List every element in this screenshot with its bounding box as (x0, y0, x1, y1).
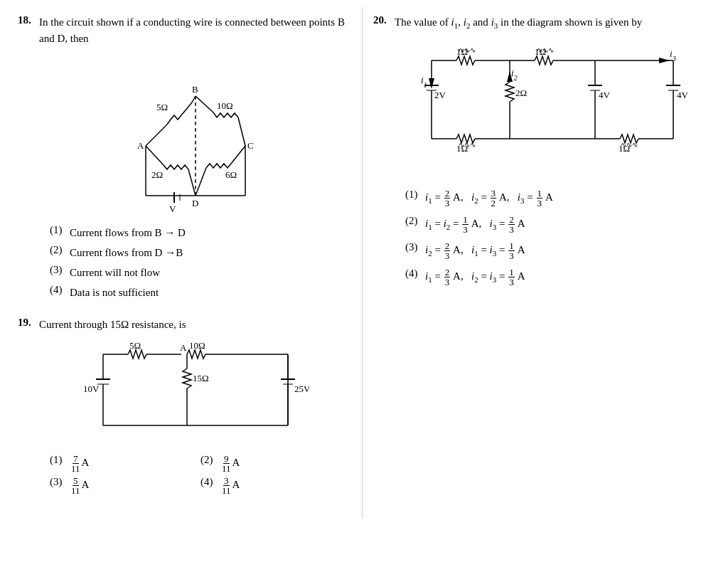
v-10v: 10V (83, 383, 100, 394)
frac-1-3-opt3: 1 3 (508, 241, 515, 260)
q18-number: 18. (18, 14, 39, 304)
r-15ohm-q19: 15Ω (193, 373, 209, 383)
q20-opt2: (2) i1 = i2 = 1 3 A, i3 = 2 3 A (405, 215, 710, 234)
frac-denominator: 11 (221, 486, 232, 495)
frac-denominator: 11 (221, 464, 232, 473)
r-5ohm-q19: 5Ω (129, 340, 141, 351)
q18-opt4-num: (4) (50, 284, 70, 301)
frac-num: 2 (444, 241, 451, 251)
frac-2-3-opt1-i1: 2 3 (444, 189, 451, 208)
node-A: A (137, 140, 144, 151)
left-column: 18. In the circuit shown if a conducting… (7, 7, 363, 518)
node-D: D (192, 198, 198, 208)
q19-opt2: (2) 9 11 A (200, 454, 351, 473)
q20-circuit: 1Ω ∿∿∿ 1Ω ∿∿∿ i3 (395, 39, 710, 181)
q18-opt2: (2) Current flows from D →B (50, 244, 351, 261)
q18-opt3-num: (3) (50, 264, 70, 281)
q18-opt1: (1) Current flows from B → D (50, 224, 351, 241)
q19-opt2-text: 9 11 A (220, 454, 240, 473)
frac-num: 1 (508, 268, 515, 277)
q20-number: 20. (373, 14, 395, 294)
q20-opt2-text: i1 = i2 = 1 3 A, i3 = 2 3 A (425, 215, 525, 234)
frac-denominator: 11 (70, 464, 81, 473)
q18-svg: 5Ω 10Ω 2Ω (103, 53, 288, 217)
r-5ohm-top-left: 5Ω (156, 102, 168, 112)
frac-num: 1 (508, 241, 515, 251)
frac-den: 2 (491, 198, 497, 208)
frac-5-11: 5 11 (70, 476, 81, 495)
node-B: B (192, 84, 198, 95)
q20-opt1-text: i1 = 2 3 A, i2 = 3 2 A, i3 = (425, 189, 553, 208)
node-A-q19: A (180, 342, 187, 353)
r-10ohm-q19: 10Ω (189, 340, 205, 351)
frac-den: 3 (444, 251, 451, 260)
svg-line-5 (188, 169, 196, 196)
r-2ohm-mid: 2Ω (515, 88, 527, 98)
q19-options: (1) 7 11 A (2) 9 11 (39, 454, 351, 498)
resistor-symbol-br: ∿∿∿ (621, 141, 638, 149)
q18-opt2-num: (2) (50, 244, 70, 261)
frac-1-3-opt4: 1 3 (508, 268, 515, 287)
v-4v-mid: 4V (599, 90, 611, 100)
q19-opt1: (1) 7 11 A (50, 454, 200, 473)
q19-opt3-text: 5 11 A (70, 476, 89, 495)
svg-line-4 (146, 146, 164, 165)
main-container: 18. In the circuit shown if a conducting… (7, 7, 721, 518)
frac-den: 3 (508, 225, 515, 234)
q20-options: (1) i1 = 2 3 A, i2 = 3 2 A, (395, 189, 710, 287)
q20-opt3-text: i2 = 2 3 A, i1 = i3 = 1 3 A (425, 241, 525, 260)
frac-1-3-opt2: 1 3 (462, 215, 469, 234)
q20-opt4-num: (4) (405, 268, 425, 287)
v-4v-right: 4V (677, 90, 687, 100)
q18-opt4-text: Data is not sufficient (70, 284, 159, 301)
q20-body: The value of i1, i2 and i3 in the diagra… (395, 14, 710, 294)
v-25v: 25V (294, 383, 309, 394)
q18-circuit: 5Ω 10Ω 2Ω (39, 53, 351, 217)
frac-den: 3 (462, 225, 469, 234)
q19-opt4: (4) 3 11 A (200, 476, 351, 495)
frac-denominator: 11 (70, 486, 81, 495)
q18-body: In the circuit shown if a conducting wir… (39, 14, 351, 304)
q18-opt3-text: Current will not flow (70, 264, 160, 281)
q18-text: In the circuit shown if a conducting wir… (39, 14, 351, 46)
question-20: 20. The value of i1, i2 and i3 in the di… (373, 14, 710, 294)
svg-line-3 (238, 117, 245, 146)
resistor-symbol-tl: ∿∿∿ (459, 46, 476, 54)
q19-svg: 5Ω A 10Ω (82, 340, 309, 447)
frac-9-11: 9 11 (221, 454, 232, 473)
frac-den: 3 (444, 277, 451, 287)
frac-numerator: 7 (73, 454, 79, 464)
q19-opt4-text: 3 11 A (220, 476, 240, 495)
svg-line-2 (196, 96, 213, 112)
frac-3-2-opt1-i2: 3 2 (491, 189, 497, 208)
r-6ohm-bottom-right: 6Ω (225, 169, 237, 180)
q20-text: The value of i1, i2 and i3 in the diagra… (395, 14, 710, 32)
q20-opt3-num: (3) (405, 241, 425, 260)
frac-num: 1 (462, 215, 469, 225)
q18-opt2-text: Current flows from D →B (70, 244, 183, 261)
q19-number: 19. (18, 317, 39, 498)
resistor-symbol-tm: ∿∿∿ (537, 46, 554, 54)
q19-text: Current through 15Ω resistance, is (39, 317, 351, 333)
q19-opt3-num: (3) (50, 476, 70, 495)
q19-circuit: 5Ω A 10Ω (39, 340, 351, 447)
resistor-symbol-bl: ∿∿∿ (459, 141, 476, 149)
q18-opt1-text: Current flows from B → D (70, 224, 186, 241)
frac-2-3-opt2-i3: 2 3 (508, 215, 515, 234)
q19-opt1-num: (1) (50, 454, 70, 473)
q18-opt3: (3) Current will not flow (50, 264, 351, 281)
frac-2-3-opt3-i2: 2 3 (444, 241, 451, 260)
frac-7-11: 7 11 (70, 454, 81, 473)
q19-opt1-text: 7 11 A (70, 454, 89, 473)
q19-body: Current through 15Ω resistance, is 5Ω A (39, 317, 351, 498)
frac-num: 2 (444, 189, 451, 198)
q19-opt2-num: (2) (200, 454, 220, 473)
frac-numerator: 9 (223, 454, 230, 464)
frac-den: 3 (508, 277, 515, 287)
frac-den: 3 (508, 251, 515, 260)
frac-num: 2 (508, 215, 515, 225)
q20-opt1-num: (1) (405, 189, 425, 208)
q20-opt1: (1) i1 = 2 3 A, i2 = 3 2 A, (405, 189, 710, 208)
question-19: 19. Current through 15Ω resistance, is 5… (18, 317, 351, 498)
frac-num: 3 (491, 189, 497, 198)
